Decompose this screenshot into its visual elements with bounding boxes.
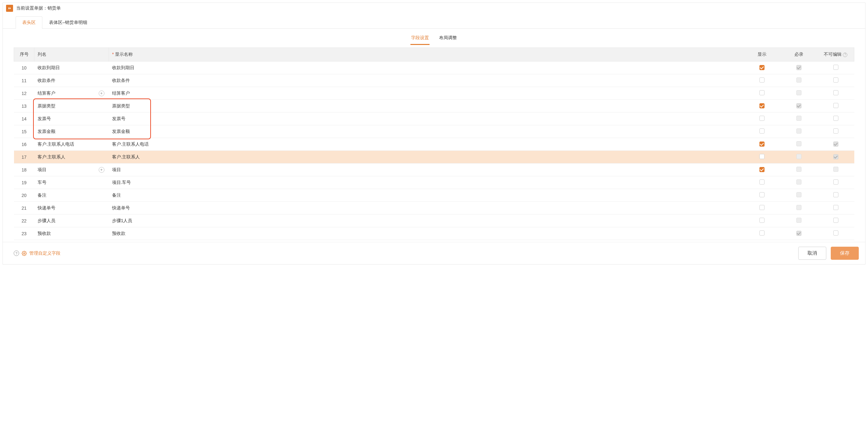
row-column-name-text: 票据类型 xyxy=(38,103,55,108)
row-column-name: 发票金额 xyxy=(34,125,109,138)
row-display-name[interactable]: 票据类型 xyxy=(109,100,744,113)
row-display-name[interactable]: 收款条件 xyxy=(109,74,744,87)
footer-left: ? 管理自定义字段 xyxy=(14,251,61,256)
col-readonly-label: 不可编辑 xyxy=(824,52,842,57)
checkbox-readonly[interactable] xyxy=(833,103,838,108)
help-icon[interactable]: ? xyxy=(843,53,847,57)
sub-tab-layout-adjust[interactable]: 布局调整 xyxy=(438,33,458,45)
expand-sidebar-button[interactable] xyxy=(6,5,13,12)
table-row: 22步骤人员步骤1人员 xyxy=(14,214,854,227)
row-display-name[interactable]: 客户.主联系人电话 xyxy=(109,138,744,151)
row-display-name[interactable]: 快递单号 xyxy=(109,202,744,214)
row-display-name[interactable]: 发票金额 xyxy=(109,125,744,138)
checkbox-required-cell xyxy=(780,100,817,113)
footer-bar: ? 管理自定义字段 取消 保存 xyxy=(3,242,865,264)
checkbox-show[interactable] xyxy=(760,205,765,210)
checkbox-show[interactable] xyxy=(760,142,765,147)
checkbox-show[interactable] xyxy=(760,218,765,223)
checkbox-readonly[interactable] xyxy=(833,230,838,235)
checkbox-show[interactable] xyxy=(760,103,765,108)
cancel-button[interactable]: 取消 xyxy=(798,247,826,260)
add-child-button[interactable]: + xyxy=(99,90,104,96)
table-row: 10收款到期日收款到期日 xyxy=(14,61,854,74)
row-column-name: 结算客户+ xyxy=(34,87,109,100)
checkbox-required xyxy=(796,154,802,159)
row-seq: 20 xyxy=(14,189,34,202)
header-bar: 当前设置单据：销货单 xyxy=(3,3,865,14)
row-display-name[interactable]: 结算客户 xyxy=(109,87,744,100)
row-display-name[interactable]: 项目.车号 xyxy=(109,176,744,189)
row-seq: 13 xyxy=(14,100,34,113)
checkbox-readonly-cell xyxy=(817,151,854,164)
gear-icon xyxy=(22,251,27,256)
tab-body-area[interactable]: 表体区–销货单明细 xyxy=(42,16,94,29)
row-display-name[interactable]: 备注 xyxy=(109,189,744,202)
row-seq: 10 xyxy=(14,61,34,74)
row-column-name: 快递单号 xyxy=(34,202,109,214)
checkbox-show[interactable] xyxy=(760,230,765,235)
table-row: 14发票号发票号 xyxy=(14,113,854,125)
current-doc-name: 销货单 xyxy=(48,5,61,10)
row-column-name: 票据类型 xyxy=(34,100,109,113)
row-seq: 19 xyxy=(14,176,34,189)
checkbox-readonly[interactable] xyxy=(833,192,838,197)
col-display-name: *显示名称 xyxy=(109,48,744,61)
table-row: 23预收款预收款 xyxy=(14,227,854,240)
checkbox-show[interactable] xyxy=(760,116,765,121)
row-display-name[interactable]: 步骤1人员 xyxy=(109,214,744,227)
checkbox-readonly[interactable] xyxy=(833,128,838,134)
checkbox-show-cell xyxy=(744,138,780,151)
checkbox-readonly[interactable] xyxy=(833,218,838,223)
checkbox-readonly[interactable] xyxy=(833,179,838,184)
row-display-name[interactable]: 收款到期日 xyxy=(109,61,744,74)
checkbox-readonly[interactable] xyxy=(833,78,838,83)
required-star-icon: * xyxy=(112,52,114,57)
row-column-name-text: 客户.主联系人电话 xyxy=(38,142,74,147)
table-row: 17客户.主联系人客户.主联系人 xyxy=(14,151,854,164)
checkbox-show[interactable] xyxy=(760,128,765,134)
add-child-button[interactable]: + xyxy=(99,167,104,173)
checkbox-show-cell xyxy=(744,151,780,164)
sub-tab-field-settings[interactable]: 字段设置 xyxy=(410,33,430,45)
checkbox-readonly-cell xyxy=(817,87,854,100)
checkbox-show[interactable] xyxy=(760,65,765,70)
table-row: 12结算客户+结算客户 xyxy=(14,87,854,100)
row-display-name[interactable]: 项目 xyxy=(109,164,744,176)
manage-custom-fields-link[interactable]: 管理自定义字段 xyxy=(29,251,61,256)
checkbox-readonly-cell xyxy=(817,214,854,227)
checkbox-readonly[interactable] xyxy=(833,65,838,70)
save-button[interactable]: 保存 xyxy=(831,247,859,260)
checkbox-readonly[interactable] xyxy=(833,90,838,95)
checkbox-readonly-cell xyxy=(817,74,854,87)
col-name: 列名 xyxy=(34,48,109,61)
row-column-name: 预收款 xyxy=(34,227,109,240)
checkbox-show-cell xyxy=(744,74,780,87)
checkbox-readonly[interactable] xyxy=(833,116,838,121)
checkbox-show[interactable] xyxy=(760,192,765,197)
row-column-name-text: 快递单号 xyxy=(38,205,55,210)
checkbox-readonly[interactable] xyxy=(833,205,838,210)
table-row: 19车号项目.车号 xyxy=(14,176,854,189)
checkbox-required xyxy=(796,128,802,134)
checkbox-readonly-cell xyxy=(817,138,854,151)
row-display-name[interactable]: 发票号 xyxy=(109,113,744,125)
checkbox-required-cell xyxy=(780,227,817,240)
current-doc-label: 当前设置单据：销货单 xyxy=(16,5,61,11)
row-column-name-text: 发票金额 xyxy=(38,129,55,134)
checkbox-show[interactable] xyxy=(760,78,765,83)
checkbox-show[interactable] xyxy=(760,90,765,95)
row-column-name-text: 客户.主联系人 xyxy=(38,154,66,160)
row-display-name[interactable]: 预收款 xyxy=(109,227,744,240)
row-display-name[interactable]: 客户.主联系人 xyxy=(109,151,744,164)
tab-header-area[interactable]: 表头区 xyxy=(16,16,42,29)
checkbox-show-cell xyxy=(744,87,780,100)
row-column-name-text: 步骤人员 xyxy=(38,218,55,223)
checkbox-required xyxy=(796,141,802,146)
checkbox-required-cell xyxy=(780,164,817,176)
checkbox-show[interactable] xyxy=(760,154,765,159)
checkbox-show[interactable] xyxy=(760,179,765,184)
question-icon[interactable]: ? xyxy=(14,251,19,256)
checkbox-show[interactable] xyxy=(760,167,765,172)
checkbox-required xyxy=(796,179,802,184)
table-row: 16客户.主联系人电话客户.主联系人电话 xyxy=(14,138,854,151)
